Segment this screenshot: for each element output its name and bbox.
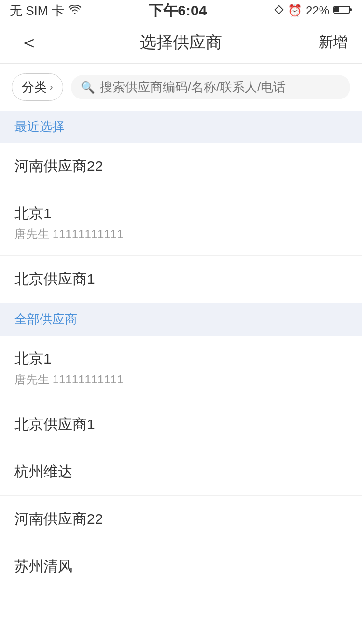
item-name: 北京1 <box>14 349 348 369</box>
list-item[interactable]: 苏州清风 <box>0 543 362 590</box>
status-right: ⏰ 22% <box>274 4 352 17</box>
list-item[interactable]: 杭州维达 <box>0 448 362 496</box>
item-name: 河南供应商22 <box>14 156 348 176</box>
item-sub: 唐先生 11111111111 <box>14 372 348 387</box>
all-items-list: 北京1 唐先生 11111111111 北京供应商1杭州维达河南供应商22苏州清… <box>0 336 362 590</box>
svg-rect-2 <box>350 8 352 11</box>
wifi-icon <box>68 3 82 18</box>
time-display: 下午6:04 <box>149 1 207 21</box>
back-button[interactable]: ＜ <box>14 24 43 60</box>
list-item[interactable]: 北京供应商1 <box>0 256 362 303</box>
all-section-label: 全部供应商 <box>14 312 77 326</box>
item-name: 杭州维达 <box>14 462 348 482</box>
search-input[interactable] <box>100 80 341 95</box>
list-item[interactable]: 北京1 唐先生 11111111111 <box>0 336 362 401</box>
svg-rect-1 <box>334 7 339 12</box>
item-name: 河南供应商22 <box>14 509 348 529</box>
filter-bar: 分类 › 🔍 <box>0 64 362 111</box>
location-icon <box>274 4 284 17</box>
search-icon: 🔍 <box>81 81 95 94</box>
recent-section-header: 最近选择 <box>0 111 362 143</box>
list-item[interactable]: 北京供应商1 <box>0 401 362 448</box>
item-name: 北京供应商1 <box>14 269 348 289</box>
category-label: 分类 <box>22 79 47 96</box>
list-item[interactable]: 河南供应商22 <box>0 496 362 543</box>
item-name: 北京1 <box>14 204 348 224</box>
add-button[interactable]: 新增 <box>319 32 348 52</box>
recent-section-label: 最近选择 <box>14 119 65 134</box>
list-item[interactable]: 北京1 唐先生 11111111111 <box>0 190 362 256</box>
item-sub: 唐先生 11111111111 <box>14 226 348 242</box>
carrier-text: 无 SIM 卡 <box>10 2 64 19</box>
status-bar: 无 SIM 卡 下午6:04 ⏰ 22% <box>0 0 362 21</box>
all-section-header: 全部供应商 <box>0 303 362 336</box>
item-name: 苏州清风 <box>14 557 348 576</box>
nav-bar: ＜ 选择供应商 新增 <box>0 21 362 64</box>
battery-icon <box>333 4 352 17</box>
search-box: 🔍 <box>71 75 350 99</box>
battery-text: 22% <box>306 4 329 17</box>
list-item[interactable]: 河南供应商22 <box>0 143 362 190</box>
chevron-right-icon: › <box>50 82 53 93</box>
back-arrow-icon: ＜ <box>19 31 39 53</box>
category-button[interactable]: 分类 › <box>12 73 63 101</box>
status-left: 无 SIM 卡 <box>10 2 82 19</box>
alarm-icon: ⏰ <box>288 4 302 17</box>
recent-items-list: 河南供应商22 北京1 唐先生 11111111111 北京供应商1 <box>0 143 362 303</box>
item-name: 北京供应商1 <box>14 415 348 434</box>
page-title: 选择供应商 <box>140 31 222 54</box>
